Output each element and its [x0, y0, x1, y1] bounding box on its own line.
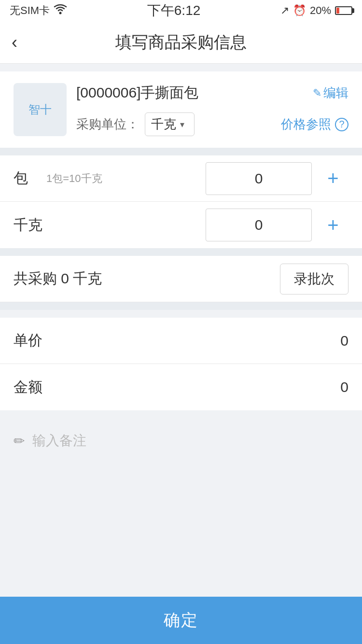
nav-bar: ‹ 填写商品采购信息 [0, 21, 362, 64]
product-name: [0000006]手撕面包 [76, 83, 198, 103]
kg-plus-button[interactable]: + [318, 210, 348, 240]
page-title: 填写商品采购信息 [115, 31, 247, 54]
bag-input-row: 包 1包=10千克 0 + [0, 155, 362, 202]
divider-1 [0, 148, 362, 155]
summary-text: 共采购 0 千克 [14, 269, 280, 289]
divider-3 [0, 302, 362, 310]
unit-select[interactable]: 千克 ▾ [145, 112, 195, 136]
dropdown-icon: ▾ [180, 119, 184, 130]
edit-icon: ✎ [313, 87, 321, 99]
bag-sub-label: 1包=10千克 [46, 171, 102, 186]
price-ref-info-icon: ? [335, 118, 348, 131]
edit-label: 编辑 [323, 84, 348, 101]
price-ref-button[interactable]: 价格参照 ? [281, 116, 348, 133]
bag-quantity-value: 0 [255, 170, 263, 187]
wifi-icon [54, 4, 67, 17]
edit-button[interactable]: ✎ 编辑 [313, 84, 348, 101]
status-bar: 无SIM卡 下午6:12 ↗ ⏰ 20% [0, 0, 362, 21]
remark-section[interactable]: ✏ 输入备注 [0, 418, 362, 463]
kg-quantity-input[interactable]: 0 [206, 209, 312, 241]
bag-plus-button[interactable]: + [318, 163, 348, 194]
price-ref-label: 价格参照 [281, 116, 331, 133]
status-left: 无SIM卡 [10, 3, 67, 18]
unit-price-label: 单价 [14, 331, 340, 350]
remark-placeholder: 输入备注 [32, 432, 86, 450]
amount-row: 金额 0 [0, 364, 362, 410]
quantity-section: 包 1包=10千克 0 + 千克 0 + [0, 155, 362, 248]
bag-label: 包 [14, 168, 42, 188]
unit-label: 采购单位： [76, 116, 139, 133]
back-button[interactable]: ‹ [12, 32, 17, 53]
battery-icon [335, 6, 352, 15]
divider-2 [0, 248, 362, 256]
amount-label: 金额 [14, 378, 340, 397]
kg-quantity-value: 0 [255, 217, 263, 233]
battery-pct: 20% [310, 4, 331, 17]
product-logo-text: 智十 [28, 102, 52, 117]
confirm-button[interactable]: 确定 [0, 597, 362, 644]
pencil-icon: ✏ [14, 433, 25, 449]
carrier-text: 无SIM卡 [10, 3, 50, 18]
alarm-icon: ⏰ [293, 4, 306, 17]
record-batch-button[interactable]: 录批次 [280, 264, 348, 294]
product-card: 智十 [0000006]手撕面包 ✎ 编辑 采购单位： 千克 ▾ 价格参照 ? [0, 71, 362, 148]
summary-section: 共采购 0 千克 录批次 [0, 248, 362, 310]
unit-price-row: 单价 0 [0, 318, 362, 364]
product-info: [0000006]手撕面包 ✎ 编辑 采购单位： 千克 ▾ 价格参照 ? [76, 83, 348, 136]
kg-input-row: 千克 0 + [0, 202, 362, 248]
unit-value: 千克 [151, 116, 176, 133]
unit-price-value: 0 [340, 333, 348, 349]
summary-row: 共采购 0 千克 录批次 [0, 256, 362, 302]
amount-value: 0 [340, 379, 348, 395]
svg-point-0 [59, 12, 62, 14]
bag-quantity-input[interactable]: 0 [206, 162, 312, 195]
price-section: 单价 0 金额 0 [0, 318, 362, 410]
product-thumbnail: 智十 [14, 83, 67, 136]
status-time: 下午6:12 [147, 1, 201, 20]
kg-label: 千克 [14, 215, 42, 235]
location-icon: ↗ [280, 4, 289, 17]
status-right: ↗ ⏰ 20% [280, 4, 352, 17]
